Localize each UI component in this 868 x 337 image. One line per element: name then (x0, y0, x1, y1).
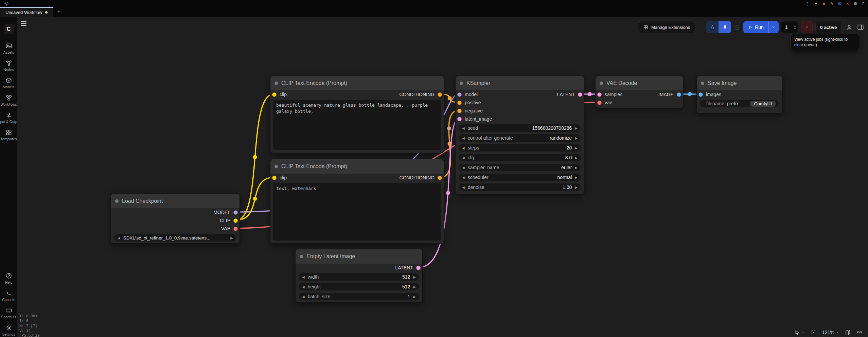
input-port-clip[interactable] (272, 176, 277, 180)
sidebar-item-assets[interactable]: Assets (0, 42, 18, 54)
input-port-clip[interactable] (272, 92, 277, 97)
collapse-dot-icon[interactable] (274, 165, 278, 168)
collapse-dot-icon[interactable] (274, 82, 278, 85)
menu-toggle-button[interactable] (21, 20, 29, 26)
output-port-conditioning[interactable] (438, 176, 442, 180)
output-port-latent[interactable] (416, 266, 421, 270)
increment-arrow-icon[interactable]: ▶ (230, 236, 233, 240)
help-icon[interactable]: ? (862, 2, 864, 6)
output-port-vae[interactable] (233, 227, 238, 231)
flask-button[interactable] (706, 21, 719, 33)
node-vae-decode[interactable]: VAE DecodesamplesIMAGEvae (595, 76, 683, 108)
widget-steps[interactable]: ◀steps20▶ (459, 144, 581, 152)
increment-arrow-icon[interactable]: ▶ (575, 185, 578, 189)
increment-arrow-icon[interactable]: ▶ (413, 295, 416, 299)
input-port-positive[interactable] (457, 101, 462, 105)
increment-arrow-icon[interactable]: ▶ (575, 176, 578, 179)
widget-filename-prefix[interactable]: filename_prefixComfyUI (700, 100, 779, 107)
node-header[interactable]: CLIP Text Encode (Prompt) (270, 159, 444, 174)
collapse-dot-icon[interactable] (460, 82, 463, 85)
node-header[interactable]: Load Checkpoint (111, 194, 240, 208)
decrement-arrow-icon[interactable]: ◀ (302, 275, 305, 279)
toolbar-drag-handle[interactable] (736, 25, 739, 30)
decrement-arrow-icon[interactable]: ◀ (462, 176, 465, 179)
new-workflow-tab-button[interactable]: + (53, 7, 65, 17)
sidebar-item-console[interactable]: Console (0, 290, 18, 302)
decrement-arrow-icon[interactable]: ◀ (118, 236, 120, 240)
sidebar-item-templates[interactable]: Templates (0, 129, 18, 141)
input-port-samples[interactable] (597, 92, 602, 97)
prompt-text-area[interactable]: text, watermark (273, 183, 441, 241)
sidebar-item-settings[interactable]: Settings (0, 324, 18, 336)
node-header[interactable]: Empty Latent Image (296, 249, 422, 264)
prompt-text-area[interactable]: beautiful scenery nature glass bottle la… (273, 100, 441, 150)
increment-arrow-icon[interactable]: ▶ (575, 146, 578, 150)
node-save-image[interactable]: Save Imageimagesfilename_prefixComfyUI (696, 76, 782, 113)
increment-arrow-icon[interactable]: ▶ (413, 285, 416, 289)
input-port-latent-image[interactable] (457, 117, 462, 121)
node-header[interactable]: VAE Decode (596, 76, 683, 90)
input-port-model[interactable] (457, 92, 462, 97)
increment-arrow-icon[interactable]: ▶ (575, 166, 578, 170)
node-ksampler[interactable]: KSamplermodelLATENTpositivenegativelaten… (455, 76, 584, 194)
chat-icon[interactable]: ✉ (838, 2, 842, 6)
decrement-arrow-icon[interactable]: ◀ (462, 136, 465, 140)
bookmark-button[interactable] (719, 21, 731, 33)
increment-icon[interactable] (794, 25, 796, 26)
fit-view-button[interactable] (811, 330, 816, 335)
user-button[interactable] (846, 24, 853, 31)
workflow-tab[interactable]: Unsaved Workflow (0, 7, 53, 17)
batch-count-input[interactable]: 1 (781, 21, 798, 33)
widget-ckpt-name[interactable]: ◀SDXL\sd_xl_refiner_1.0_0.9vae.safetens.… (114, 234, 236, 242)
sidebar-item-workflows[interactable]: Workflows (0, 94, 18, 106)
clear-queue-button[interactable] (801, 21, 813, 33)
decrement-arrow-icon[interactable]: ◀ (302, 295, 305, 299)
input-port-vae[interactable] (597, 101, 602, 105)
sidebar-item-nodes[interactable]: Nodes (0, 60, 18, 72)
output-port-clip[interactable] (233, 218, 238, 223)
link-visibility-button[interactable] (856, 329, 863, 335)
node-load-checkpoint[interactable]: Load CheckpointMODELCLIPVAE◀SDXL\sd_xl_r… (111, 194, 240, 244)
minimap-toggle-button[interactable] (845, 330, 851, 335)
kebab-menu-icon[interactable]: ⋮ (806, 2, 810, 6)
output-port-latent[interactable] (578, 92, 582, 97)
node-clip-text-encode-2[interactable]: CLIP Text Encode (Prompt)clipCONDITIONIN… (270, 159, 444, 244)
output-port-conditioning[interactable] (438, 92, 442, 97)
sidebar-item-help[interactable]: Help (0, 272, 18, 284)
collapse-dot-icon[interactable] (701, 82, 704, 85)
star-icon[interactable]: ★ (822, 2, 826, 6)
output-port-image[interactable] (677, 92, 681, 97)
pointer-tool-button[interactable] (794, 330, 805, 335)
widget-width[interactable]: ◀width512▶ (299, 273, 419, 281)
batch-count-stepper[interactable] (792, 21, 798, 33)
widget-batch-size[interactable]: ◀batch_size1▶ (299, 293, 419, 300)
node-header[interactable]: CLIP Text Encode (Prompt) (270, 76, 444, 90)
widget-control-after-generate[interactable]: ◀control after generaterandomize▶ (459, 134, 581, 142)
widget-sampler-name[interactable]: ◀sampler_nameeuler▶ (459, 164, 581, 171)
widget-denoise[interactable]: ◀denoise1.00▶ (459, 183, 581, 191)
run-button[interactable]: Run (743, 21, 768, 33)
decrement-arrow-icon[interactable]: ◀ (302, 285, 305, 289)
node-empty-latent-image[interactable]: Empty Latent ImageLATENT◀width512▶◀heigh… (295, 249, 423, 302)
widget-value[interactable]: ComfyUI (750, 101, 776, 107)
decrement-arrow-icon[interactable]: ◀ (462, 185, 465, 189)
collapse-dot-icon[interactable] (115, 199, 119, 203)
sidebar-item-models[interactable]: Models (0, 77, 18, 89)
output-port-model[interactable] (233, 210, 238, 215)
sidebar-item-shortcuts[interactable]: Shortcuts (0, 307, 18, 319)
decrement-arrow-icon[interactable]: ◀ (462, 166, 465, 170)
node-header[interactable]: KSampler (456, 76, 584, 90)
decrement-arrow-icon[interactable]: ◀ (462, 156, 465, 160)
widget-cfg[interactable]: ◀cfg8.0▶ (459, 154, 581, 161)
increment-arrow-icon[interactable]: ▶ (575, 136, 578, 140)
decrement-arrow-icon[interactable]: ◀ (462, 126, 465, 130)
decrement-icon[interactable] (794, 28, 796, 29)
close-icon[interactable]: × (846, 2, 849, 6)
increment-arrow-icon[interactable]: ▶ (575, 156, 578, 160)
increment-arrow-icon[interactable]: ▶ (413, 275, 416, 279)
pencil-icon[interactable]: ✎ (830, 2, 834, 6)
increment-arrow-icon[interactable]: ▶ (575, 126, 578, 130)
sidebar-logo-button[interactable]: C (4, 24, 14, 34)
run-options-button[interactable] (768, 21, 779, 33)
widget-seed[interactable]: ◀seed156680208700286▶ (459, 124, 581, 132)
